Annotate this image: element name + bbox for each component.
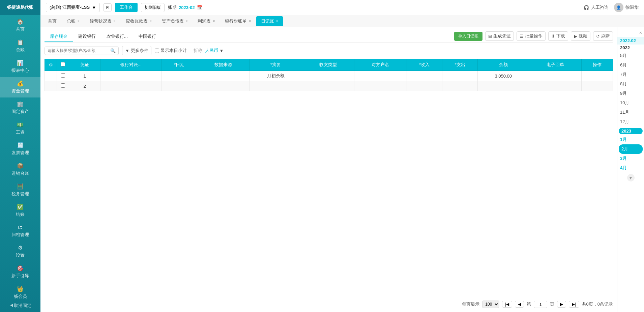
month-2022-05[interactable]: 5月 [617,51,644,60]
sidebar-item-invoice[interactable]: 🧾 发票管理 [0,139,40,159]
page-size-select[interactable]: 100 50 200 [482,301,499,308]
col-voucher: 凭证 [69,59,100,71]
batch-op-button[interactable]: ☰ 批量操作 [517,31,546,41]
bank-tab-agricultural[interactable]: 农业银行... [101,31,133,42]
row-checkbox[interactable] [57,81,69,91]
video-button[interactable]: ▶ 视频 [571,31,590,41]
date-panel-close-button[interactable]: × [617,29,644,37]
currency-chevron-icon[interactable]: ▼ [219,48,224,53]
tab-bank-statement[interactable]: 银行对账单 × [220,16,256,26]
first-page-button[interactable]: |◀ [502,301,512,308]
sidebar-item-stockbook[interactable]: 📦 进销台账 [0,159,40,180]
topbar-right: 🎧 人工咨询 👤 徐温华 [584,3,639,12]
voucher-icon: ⊞ [488,34,492,39]
row-date [162,71,197,81]
batch-icon: ☰ [520,34,524,39]
sidebar-item-close[interactable]: ✅ 结账 [0,200,40,221]
bank-tab-china[interactable]: 中国银行 [133,31,162,42]
month-2022-09[interactable]: 9月 [617,89,644,98]
reports-icon: 📊 [17,60,24,66]
filter-button[interactable]: ▼ 更多条件 [122,46,151,55]
next-page-button[interactable]: ▶ [557,301,566,308]
year-2022: 2022 [617,45,644,51]
row-checkbox[interactable] [57,71,69,81]
show-subtotal-checkbox[interactable] [155,49,159,53]
company-selector[interactable]: (勿删) 江西赐宝-LSS ▼ [46,3,100,12]
select-all-checkbox[interactable] [61,62,65,66]
row-bank-match [100,81,162,91]
tab-business[interactable]: 经营状况表 × [85,16,120,26]
table-container: ⚙ 凭证 银行对账... *日期 数据来源 *摘要 收支类型 对方户名 *收入 … [45,59,613,297]
date-nav: ▼ [617,173,644,183]
month-2022-12[interactable]: 12月 [617,117,644,126]
row-bank-match [100,71,162,81]
page-number-input[interactable] [534,301,547,308]
date-nav-down-button[interactable]: ▼ [627,174,635,181]
search-input[interactable] [48,48,108,53]
month-2022-07[interactable]: 7月 [617,70,644,79]
close-icon[interactable]: × [186,19,188,23]
close-icon[interactable]: × [249,19,251,23]
month-2022-11[interactable]: 11月 [617,108,644,117]
sidebar-item-reports[interactable]: 📊 报表中心 [0,56,40,77]
sidebar-item-salary[interactable]: 💵 工资 [0,118,40,139]
sidebar-item-tax[interactable]: 🧮 税务管理 [0,180,40,200]
month-2023-02[interactable]: 2月 [619,144,643,154]
sidebar-item-archive[interactable]: 🗂 归档管理 [0,221,40,241]
sidebar-item-assets[interactable]: 🏢 固定资产 [0,97,40,118]
month-2022-06[interactable]: 6月 [617,60,644,70]
tab-home[interactable]: 首页 [43,16,61,26]
tab-journal[interactable]: 日记账 × [256,16,283,26]
row-expense [442,71,477,81]
import-journal-button[interactable]: 导入日记账 [454,32,482,41]
close-icon[interactable]: × [150,19,152,23]
sidebar-item-ledger[interactable]: 📋 总账 [0,36,40,56]
refresh-button[interactable]: ↺ 刷新 [593,31,613,41]
search-box[interactable]: 🔍 [45,47,119,55]
sidebar-item-finance[interactable]: 💰 资金管理 [0,77,40,97]
sidebar-item-home[interactable]: 🏠 首页 [0,15,40,36]
close-icon[interactable]: × [78,19,80,23]
app-logo: 畅捷通易代账 [0,0,40,15]
refresh-icon: ↺ [596,34,600,39]
col-action: 操作 [581,59,613,71]
prev-page-button[interactable]: ◀ [515,301,524,308]
month-2022-08[interactable]: 8月 [617,79,644,89]
bank-tab-cash[interactable]: 库存现金 [45,31,73,42]
checkbox-col-header[interactable] [57,59,69,71]
month-2023-04[interactable]: 4月 [617,163,644,173]
month-2023-03[interactable]: 3月 [617,154,644,163]
old-version-button[interactable]: 切到旧版 [141,3,165,12]
sidebar-item-settings[interactable]: ⚙ 设置 [0,241,40,262]
month-2023-01[interactable]: 1月 [617,135,644,144]
workbench-button[interactable]: 工作台 [115,3,138,12]
last-page-button[interactable]: ▶| [569,301,579,308]
settings-col-header[interactable]: ⚙ [45,59,57,71]
row-action [581,71,613,81]
support-link[interactable]: 🎧 人工咨询 [584,4,609,10]
close-ledger-icon: ✅ [17,204,24,210]
tab-receivable[interactable]: 应收账款表 × [121,16,156,26]
user-menu[interactable]: 👤 徐温华 [614,3,639,12]
journal-main: 库存现金 建设银行 农业银行... 中国银行 导入日记账 ⊞ 生成凭证 [40,27,617,312]
row-electronic [529,71,581,81]
download-button[interactable]: ⬇ 下载 [548,31,568,41]
month-2022-10[interactable]: 10月 [617,98,644,108]
calendar-icon[interactable]: 📅 [197,5,202,10]
pin-toggle[interactable]: ◀取消固定 [0,299,40,312]
row-action [581,81,613,91]
tab-ledger[interactable]: 总账 × [62,16,84,26]
close-icon[interactable]: × [213,19,215,23]
row-no: 1 [69,71,100,81]
col-electronic: 电子回单 [529,59,581,71]
gen-voucher-button[interactable]: ⊞ 生成凭证 [485,31,514,41]
show-subtotal-label[interactable]: 显示本日小计 [155,48,187,54]
search-icon[interactable]: 🔍 [110,48,116,53]
bank-tab-construction[interactable]: 建设银行 [73,31,101,42]
copy-button[interactable]: ⎘ [103,3,112,11]
tab-profit[interactable]: 利润表 × [193,16,219,26]
close-icon[interactable]: × [276,19,278,23]
sidebar-item-guide[interactable]: 🎯 新手引导 [0,262,40,282]
close-icon[interactable]: × [114,19,116,23]
tab-balance[interactable]: 资产负债表 × [157,16,193,26]
